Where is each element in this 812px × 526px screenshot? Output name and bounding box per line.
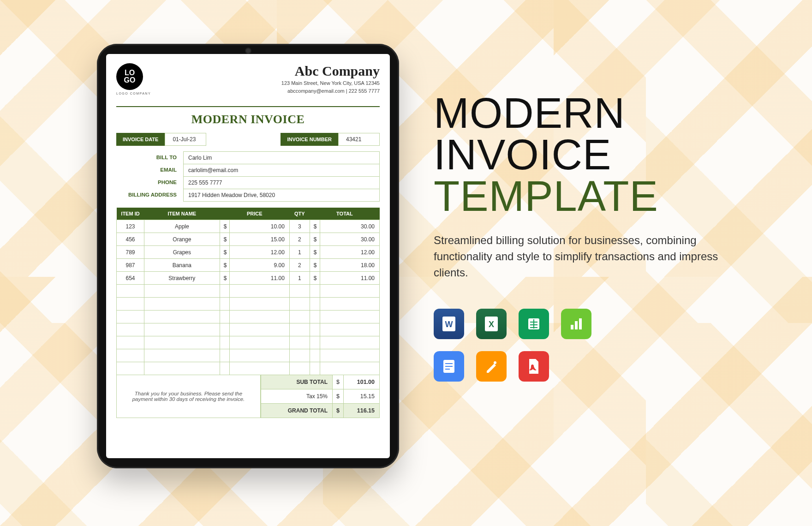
billing-address-label: BILLING ADDRESS xyxy=(116,189,183,201)
cell-name: Apple xyxy=(144,220,220,233)
th-price: PRICE xyxy=(220,208,289,220)
camera-icon xyxy=(246,48,251,53)
cell-qty: 2 xyxy=(289,233,310,246)
promo-description: Streamlined billing solution for busines… xyxy=(434,233,729,281)
svg-rect-10 xyxy=(575,321,578,329)
cell-price-currency: $ xyxy=(220,233,230,246)
cell-total: 12.00 xyxy=(320,246,379,259)
cell-total-currency: $ xyxy=(310,246,320,259)
google-docs-icon xyxy=(434,351,464,382)
email-label: EMAIL xyxy=(116,164,183,176)
company-address: 123 Main Street, New York City, USA 1234… xyxy=(281,80,380,87)
company-name: Abc Company xyxy=(281,63,380,79)
svg-rect-9 xyxy=(571,325,573,329)
cell-total-currency: $ xyxy=(310,220,320,233)
phone-label: PHONE xyxy=(116,176,183,189)
svg-text:X: X xyxy=(489,320,494,329)
cell-price-currency: $ xyxy=(220,246,230,259)
cell-id: 987 xyxy=(117,259,144,272)
cell-total-currency: $ xyxy=(310,259,320,272)
cell-price: 10.00 xyxy=(230,220,289,233)
table-row: 456Orange$15.002$30.00 xyxy=(117,233,380,246)
cell-total: 30.00 xyxy=(320,220,379,233)
billing-address-value: 1917 Hidden Meadow Drive, 58020 xyxy=(183,189,380,202)
cell-total: 30.00 xyxy=(320,233,379,246)
cell-name: Banana xyxy=(144,259,220,272)
logo-bottom: GO xyxy=(124,77,136,84)
table-row-empty xyxy=(117,285,380,298)
bill-to-label: BILL TO xyxy=(116,151,183,164)
excel-icon: X xyxy=(476,309,507,339)
table-row-empty xyxy=(117,349,380,362)
grand-total-label: GRAND TOTAL xyxy=(261,404,333,418)
tax-label: Tax 15% xyxy=(261,389,333,404)
cell-name: Grapes xyxy=(144,246,220,259)
invoice-date-box: INVOICE DATE 01-Jul-23 xyxy=(116,133,206,146)
cell-price: 12.00 xyxy=(230,246,289,259)
svg-text:W: W xyxy=(445,320,453,329)
table-row: 789Grapes$12.001$12.00 xyxy=(117,246,380,259)
cell-qty: 1 xyxy=(289,272,310,285)
pdf-icon xyxy=(519,351,549,382)
cell-price: 15.00 xyxy=(230,233,289,246)
invoice-date-value: 01-Jul-23 xyxy=(165,133,206,146)
cell-id: 456 xyxy=(117,233,144,246)
table-row-empty xyxy=(117,323,380,336)
cell-total: 11.00 xyxy=(320,272,379,285)
logo: LO GO LOGO COMPANY xyxy=(116,63,151,95)
bill-to-value: Carlo Lim xyxy=(183,151,380,164)
logo-top: LO xyxy=(124,69,136,77)
table-row: 123Apple$10.003$30.00 xyxy=(117,220,380,233)
cell-price-currency: $ xyxy=(220,259,230,272)
cell-id: 789 xyxy=(117,246,144,259)
invoice-date-label: INVOICE DATE xyxy=(116,133,165,146)
tax-value: 15.15 xyxy=(344,389,380,404)
pages-icon xyxy=(476,351,507,382)
google-sheets-icon xyxy=(519,309,549,339)
word-icon: W xyxy=(434,309,464,339)
cell-total-currency: $ xyxy=(310,233,320,246)
headline-line-2: INVOICE xyxy=(434,134,766,175)
headline-line-1: MODERN xyxy=(434,92,766,134)
cell-price-currency: $ xyxy=(220,220,230,233)
logo-caption: LOGO COMPANY xyxy=(116,92,151,95)
table-row: 654Strawberry$11.001$11.00 xyxy=(117,272,380,285)
subtotal-value: 101.00 xyxy=(344,375,380,389)
svg-rect-11 xyxy=(579,318,582,329)
th-item-name: ITEM NAME xyxy=(144,208,220,220)
invoice-number-label: INVOICE NUMBER xyxy=(281,133,338,146)
cell-qty: 3 xyxy=(289,220,310,233)
phone-value: 225 555 7777 xyxy=(183,176,380,189)
email-value: carlolim@email.com xyxy=(183,164,380,177)
grand-currency: $ xyxy=(333,404,344,418)
subtotal-label: SUB TOTAL xyxy=(261,375,333,389)
table-row-empty xyxy=(117,298,380,311)
items-table: ITEM ID ITEM NAME PRICE QTY TOTAL 123App… xyxy=(116,208,380,375)
tablet-mockup: LO GO LOGO COMPANY Abc Company 123 Main … xyxy=(97,44,399,468)
cell-qty: 1 xyxy=(289,246,310,259)
table-row-empty xyxy=(117,362,380,375)
grand-total-value: 116.15 xyxy=(344,404,380,418)
tax-currency: $ xyxy=(333,389,344,404)
cell-id: 654 xyxy=(117,272,144,285)
table-row: 987Banana$9.002$18.00 xyxy=(117,259,380,272)
invoice-document: LO GO LOGO COMPANY Abc Company 123 Main … xyxy=(106,54,390,458)
invoice-number-box: INVOICE NUMBER 43421 xyxy=(281,133,380,146)
invoice-number-value: 43421 xyxy=(338,133,380,146)
format-icons: W X xyxy=(434,309,609,382)
numbers-icon xyxy=(561,309,591,339)
th-item-id: ITEM ID xyxy=(117,208,144,220)
cell-total-currency: $ xyxy=(310,272,320,285)
subtotal-currency: $ xyxy=(333,375,344,389)
cell-name: Strawberry xyxy=(144,272,220,285)
svg-point-16 xyxy=(494,361,496,364)
table-row-empty xyxy=(117,336,380,349)
cell-price: 11.00 xyxy=(230,272,289,285)
cell-name: Orange xyxy=(144,233,220,246)
cell-qty: 2 xyxy=(289,259,310,272)
th-qty: QTY xyxy=(289,208,310,220)
cell-price-currency: $ xyxy=(220,272,230,285)
invoice-title: MODERN INVOICE xyxy=(106,107,390,133)
cell-total: 18.00 xyxy=(320,259,379,272)
headline-line-3: TEMPLATE xyxy=(434,175,766,217)
